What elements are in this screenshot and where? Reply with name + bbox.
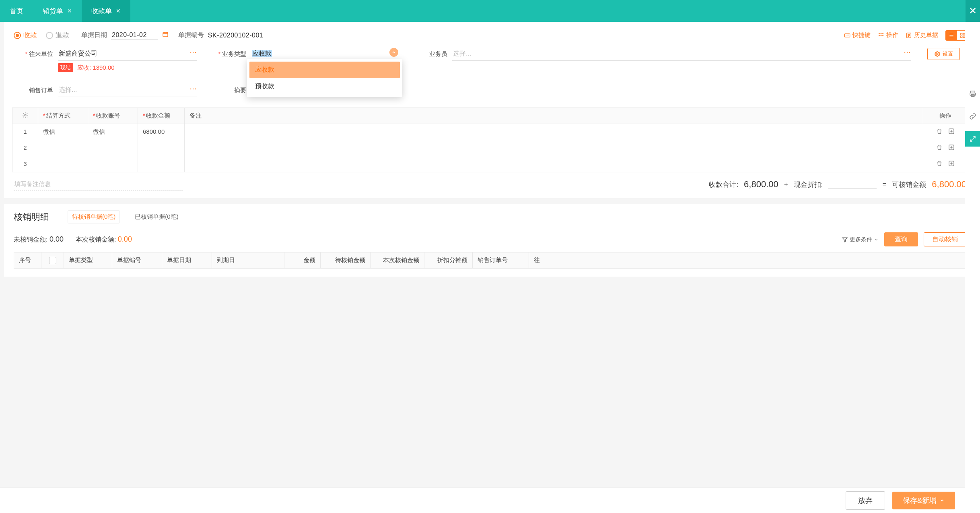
query-button[interactable]: 查询 (884, 232, 918, 246)
chevron-up-icon[interactable] (389, 48, 398, 57)
link-icon[interactable] (965, 109, 980, 124)
salesman-label: 业务员 (414, 48, 447, 58)
print-icon[interactable] (965, 86, 980, 101)
detail-sub-right: 更多条件 查询 自动核销 (842, 232, 966, 246)
biztype-option-prepay[interactable]: 预收款 (249, 78, 400, 95)
cell-amount[interactable] (138, 156, 185, 172)
radio-receive-label: 收款 (23, 31, 37, 40)
detail-table: 序号 单据类型 单据编号 单据日期 到期日 金额 待核销金额 本次核销金额 折扣… (14, 252, 966, 269)
delete-icon[interactable] (936, 160, 943, 168)
party-badge-row: 现结 应收: 1390.00 (58, 63, 197, 72)
salesorder-input[interactable]: 选择... (58, 84, 197, 97)
radio-refund-label: 退款 (56, 31, 69, 40)
radio-receive[interactable]: 收款 (14, 31, 37, 40)
tab-home[interactable]: 首页 (0, 0, 33, 22)
unwriteoff: 未核销金额: 0.00 (14, 235, 64, 244)
biztype-dropdown: 应收款 预收款 (247, 59, 402, 97)
settings-button[interactable]: 设置 (927, 48, 960, 60)
detail-card: 核销明细 待核销单据(0笔) 已核销单据(0笔) 未核销金额: 0.00 本次核… (4, 204, 976, 277)
discount-input[interactable] (828, 180, 877, 189)
close-all-icon[interactable]: ✕ (966, 0, 980, 22)
add-icon[interactable] (948, 160, 955, 168)
more-icon[interactable]: ··· (190, 50, 197, 56)
biztype-option-receivable[interactable]: 应收款 (249, 62, 400, 78)
history-label: 历史单据 (914, 31, 938, 39)
svg-rect-11 (961, 36, 962, 37)
doc-date-value[interactable]: 2020-01-02 (111, 31, 158, 40)
cell-method[interactable]: 微信 (38, 124, 88, 140)
discard-button[interactable]: 放弃 (846, 491, 885, 510)
side-rail (965, 22, 980, 513)
summary-label: 摘要 (213, 84, 246, 94)
chevron-up-icon (940, 498, 945, 503)
view-list-icon[interactable] (946, 31, 957, 40)
remark-input[interactable]: 填写备注信息 (14, 178, 183, 191)
tab-receipt[interactable]: 收款单 ✕ (82, 0, 130, 22)
writeoff-label: 可核销金额 (892, 180, 926, 189)
cell-method[interactable] (38, 156, 88, 172)
cell-amount[interactable]: 6800.00 (138, 124, 185, 140)
ops-link[interactable]: 操作 (878, 31, 898, 39)
calendar-icon[interactable] (162, 31, 169, 39)
tab-home-label: 首页 (10, 6, 23, 16)
svg-rect-4 (882, 33, 883, 34)
col-method: *结算方式 (38, 108, 88, 124)
col-account: *收款账号 (88, 108, 138, 124)
col-checkbox (41, 252, 64, 268)
cell-amount[interactable] (138, 140, 185, 156)
cell-account[interactable] (88, 156, 138, 172)
cell-remark[interactable] (185, 156, 923, 172)
more-icon[interactable]: ··· (904, 50, 911, 56)
history-link[interactable]: 历史单据 (906, 31, 938, 39)
col-ops: 操作 (923, 108, 968, 124)
cell-account[interactable]: 微信 (88, 124, 138, 140)
save-button[interactable]: 保存&新增 (892, 492, 955, 509)
tab-sales-label: 销货单 (43, 6, 63, 16)
tab-done[interactable]: 已核销单据(0笔) (130, 210, 183, 223)
shortcut-link[interactable]: 快捷键 (844, 31, 871, 39)
tab-pending[interactable]: 待核销单据(0笔) (68, 210, 120, 223)
sum-right: 收款合计: 6,800.00 + 现金折扣: = 可核销金额 6,800.00 (709, 179, 966, 190)
cell-remark[interactable] (185, 124, 923, 140)
close-icon[interactable]: ✕ (67, 8, 72, 14)
payment-table: *结算方式 *收款账号 *收款金额 备注 操作 1 微信 微信 6800.00 … (12, 108, 968, 172)
salesman-input[interactable]: 选择... (452, 48, 911, 61)
close-icon[interactable]: ✕ (116, 8, 121, 14)
party-field: *往来单位 新盛商贸公司 ··· 现结 应收: 1390.00 (20, 48, 197, 72)
detail-head: 核销明细 待核销单据(0笔) 已核销单据(0笔) (14, 210, 966, 223)
col-date: 单据日期 (162, 252, 212, 268)
svg-rect-1 (844, 34, 850, 37)
gear-icon[interactable] (12, 108, 38, 124)
checkbox-all[interactable] (49, 257, 56, 264)
shortcut-label: 快捷键 (852, 31, 871, 39)
expand-icon[interactable] (965, 131, 980, 147)
doc-no-label: 单据编号 (178, 31, 204, 39)
sum-bar: 填写备注信息 收款合计: 6,800.00 + 现金折扣: = 可核销金额 6,… (4, 172, 976, 198)
row-index: 3 (12, 156, 38, 172)
delete-icon[interactable] (936, 128, 943, 136)
more-icon[interactable]: ··· (190, 86, 197, 92)
svg-rect-0 (163, 32, 168, 37)
salesman-field: 业务员 选择... ··· (414, 48, 911, 61)
auto-writeoff-button[interactable]: 自动核销 (924, 232, 966, 246)
col-pend: 待核销金额 (321, 252, 371, 268)
table-row: 1 微信 微信 6800.00 (12, 124, 968, 140)
add-icon[interactable] (948, 144, 955, 152)
tab-sales[interactable]: 销货单 ✕ (33, 0, 82, 22)
cell-remark[interactable] (185, 140, 923, 156)
cell-method[interactable] (38, 140, 88, 156)
row-ops (923, 156, 968, 172)
party-input[interactable]: 新盛商贸公司 (58, 48, 197, 61)
top-right-actions: 快捷键 操作 历史单据 (844, 30, 969, 41)
doc-no-value: SK-20200102-001 (208, 32, 263, 39)
add-icon[interactable] (948, 128, 955, 136)
svg-rect-3 (881, 33, 882, 34)
more-conditions[interactable]: 更多条件 (842, 236, 879, 243)
col-amount: *收款金额 (138, 108, 185, 124)
svg-rect-9 (961, 33, 962, 35)
delete-icon[interactable] (936, 144, 943, 152)
svg-point-14 (25, 114, 26, 116)
cell-account[interactable] (88, 140, 138, 156)
radio-refund[interactable]: 退款 (46, 31, 69, 40)
payment-table-head: *结算方式 *收款账号 *收款金额 备注 操作 (12, 108, 968, 124)
